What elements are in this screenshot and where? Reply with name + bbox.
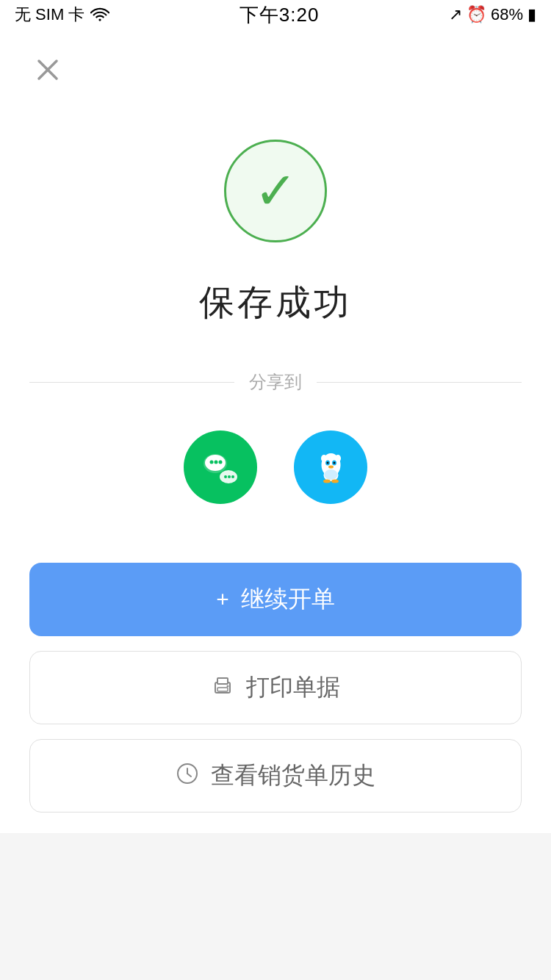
- svg-point-5: [214, 460, 217, 464]
- qq-share-button[interactable]: [294, 430, 367, 504]
- wechat-share-button[interactable]: [184, 430, 257, 504]
- share-icons-row: [184, 430, 367, 504]
- svg-point-19: [335, 455, 341, 462]
- print-label: 打印单据: [246, 671, 340, 704]
- svg-point-14: [326, 461, 328, 464]
- print-button[interactable]: 打印单据: [29, 651, 522, 724]
- main-content: ✓ 保存成功 分享到: [0, 29, 551, 833]
- qq-icon: [311, 447, 351, 488]
- divider-left: [29, 382, 234, 383]
- wifi-icon: [90, 7, 109, 22]
- success-title: 保存成功: [199, 279, 352, 326]
- location-icon: ↗: [449, 5, 462, 24]
- printer-icon: [211, 674, 234, 702]
- svg-rect-24: [217, 678, 228, 684]
- battery-label: 68%: [491, 5, 523, 24]
- history-label: 查看销货单历史: [211, 760, 375, 792]
- svg-point-8: [224, 475, 227, 478]
- svg-point-26: [227, 685, 229, 687]
- divider-row: 分享到: [29, 370, 522, 394]
- svg-point-10: [231, 475, 234, 478]
- success-icon-circle: ✓: [224, 140, 327, 242]
- svg-point-21: [331, 479, 339, 483]
- svg-point-9: [228, 475, 231, 478]
- status-right: ↗ ⏰ 68% ▮: [449, 5, 536, 24]
- svg-point-17: [328, 465, 334, 468]
- clock-icon: [176, 762, 199, 790]
- svg-point-18: [321, 455, 327, 462]
- status-left: 无 SIM 卡: [15, 4, 109, 26]
- status-time: 下午3:20: [240, 2, 320, 28]
- history-button[interactable]: 查看销货单历史: [29, 739, 522, 813]
- wechat-icon: [201, 447, 241, 488]
- bottom-area: [0, 833, 551, 980]
- svg-line-29: [187, 774, 191, 777]
- divider-right: [317, 382, 522, 383]
- plus-icon: +: [216, 587, 229, 612]
- alarm-icon: ⏰: [467, 5, 486, 24]
- status-bar: 无 SIM 卡 下午3:20 ↗ ⏰ 68% ▮: [0, 0, 551, 29]
- svg-point-6: [218, 460, 222, 464]
- continue-label: 继续开单: [241, 583, 335, 616]
- svg-point-16: [333, 461, 335, 464]
- svg-point-20: [323, 479, 331, 483]
- close-icon: [36, 58, 60, 82]
- close-button-row: [29, 29, 522, 96]
- share-label: 分享到: [249, 370, 302, 394]
- share-section: 分享到: [29, 370, 522, 519]
- action-buttons: + 继续开单 打印单据: [29, 563, 522, 813]
- no-sim-label: 无 SIM 卡: [15, 4, 84, 26]
- svg-point-22: [324, 469, 337, 480]
- checkmark-icon: ✓: [254, 165, 298, 217]
- continue-button[interactable]: + 继续开单: [29, 563, 522, 636]
- close-button[interactable]: [29, 51, 66, 88]
- battery-icon: ▮: [527, 5, 536, 24]
- svg-point-4: [209, 460, 213, 464]
- svg-rect-25: [217, 688, 228, 691]
